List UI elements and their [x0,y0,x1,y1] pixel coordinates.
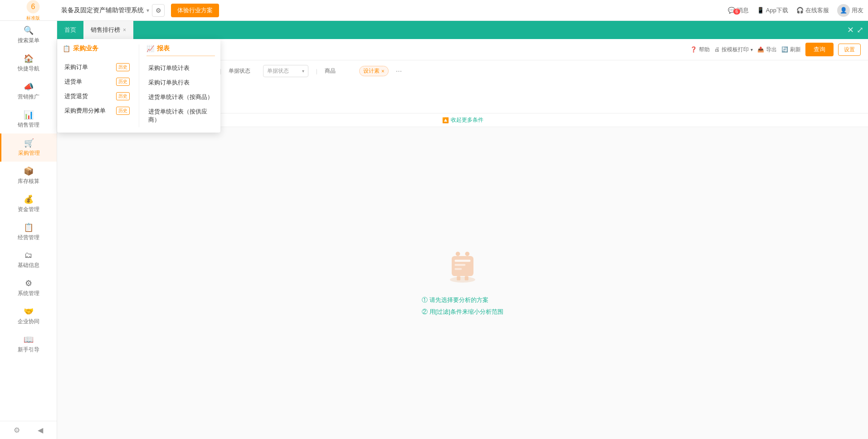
message-btn[interactable]: 💬 消息 6 [728,6,749,15]
headset-icon: 🎧 [796,7,804,14]
dropdown-report-col: 📈 报表 采购订单统计表 采购订单执行表 进货单统计表（按商品） 进货单统计表（… [141,44,221,127]
purchase-header-icon: 📋 [63,45,70,52]
sidebar-collapse-icon[interactable]: ◀ [38,426,43,434]
receipt-stats-supplier-label: 进货单统计表（按供应商） [148,108,214,124]
system-title-text: 装备及固定资产辅助管理系统 [61,6,144,15]
order-exec-label: 采购订单执行表 [148,79,190,87]
purchase-order-history-badge[interactable]: 历史 [116,63,130,71]
logo-area: 6 标准版 [5,0,61,21]
dropdown-item-return[interactable]: 进货退货 历史 [63,89,132,104]
goods-label: 商品 [325,67,352,75]
doc-status-arrow-icon: ▾ [302,69,304,74]
help-btn[interactable]: ❓ 帮助 [690,46,710,54]
tab-maximize-icon[interactable]: ⤢ [857,25,863,35]
dropdown-item-expense[interactable]: 采购费用分摊单 历史 [63,104,132,118]
receipt-label: 进货单 [64,78,82,86]
online-service-btn[interactable]: 🎧 在线客服 [796,6,829,15]
sidebar-item-system[interactable]: ⚙ 系统管理 [0,274,57,302]
return-label: 进货退货 [64,92,88,100]
tab-close-icon[interactable]: × [123,27,126,33]
divider2: | [316,68,317,74]
sidebar-item-purchase[interactable]: 🛒 采购管理 [0,133,57,162]
refresh-label: 刷新 [790,46,801,54]
receipt-stats-goods-label: 进货单统计表（按商品） [148,93,213,101]
dropdown-item-purchase-order[interactable]: 采购订单 历史 [63,60,132,74]
tab-home-label: 首页 [64,26,76,34]
sidebar-item-quick[interactable]: 🏠 快捷导航 [0,49,57,77]
system-title-area: 装备及固定资产辅助管理系统 ▾ ⚙ 体验行业方案 [61,4,728,17]
export-btn[interactable]: 📤 导出 [757,46,777,54]
doc-status-select[interactable]: 单据状态 ▾ [263,65,308,77]
svg-rect-10 [465,276,468,281]
report-header-icon: 📈 [146,45,154,52]
svg-rect-5 [454,264,465,266]
finance-icon: 💰 [24,194,34,204]
tab-sales-rank[interactable]: 销售排行榜 × [83,21,133,39]
receipt-history-badge[interactable]: 历史 [116,78,130,86]
goods-tag-remove-icon[interactable]: × [381,68,385,74]
gear-button[interactable]: ⚙ [152,4,165,17]
sidebar-item-finance[interactable]: 💰 资金管理 [0,190,57,218]
purchase-icon: 🛒 [24,138,34,148]
collapse-btn[interactable]: 🔼 收起更多条件 [442,116,483,124]
enterprise-icon: 🤝 [24,306,34,316]
dropdown-item-order-exec[interactable]: 采购订单执行表 [146,75,215,90]
settings-btn[interactable]: 设置 [838,44,861,56]
dropdown-item-receipt-stats-goods[interactable]: 进货单统计表（按商品） [146,90,215,104]
sidebar-item-basic[interactable]: 🗂 基础信息 [0,246,57,274]
tab-home[interactable]: 首页 [57,21,83,39]
app-download-btn[interactable]: 📱 App下载 [757,6,788,15]
refresh-icon: 🔄 [781,46,788,53]
sidebar-label-finance: 资金管理 [18,206,39,213]
online-label: 在线客服 [805,6,829,15]
collapse-arrow-icon: 🔼 [442,117,449,123]
print-label: 按模板打印 [722,46,749,54]
user-menu-btn[interactable]: 👤 用友 [837,4,863,17]
sidebar-item-enterprise[interactable]: 🤝 企业协同 [0,302,57,330]
goods-more-btn[interactable]: ··· [396,67,402,75]
sidebar-settings-icon[interactable]: ⚙ [14,426,20,434]
dropdown-purchase-col: 📋 采购业务 采购订单 历史 进货单 历史 进货退货 历史 采购费用分摊单 历史 [57,44,137,127]
sidebar-label-inventory: 库存核算 [18,178,39,185]
dropdown-item-order-stats[interactable]: 采购订单统计表 [146,61,215,75]
logo-icon: 6 [26,0,40,14]
system-icon: ⚙ [25,278,32,288]
title-arrow-icon[interactable]: ▾ [146,7,149,14]
sidebar-label-operations: 经营管理 [18,234,39,242]
print-btn[interactable]: 🖨 按模板打印 ▾ [714,46,753,54]
export-icon: 📤 [757,46,764,53]
sidebar-label-basic: 基础信息 [18,261,39,269]
expense-history-badge[interactable]: 历史 [116,107,130,115]
sidebar-label-marketing: 营销推广 [18,93,39,101]
purchase-header-title: 采购业务 [73,44,98,53]
refresh-btn[interactable]: 🔄 刷新 [781,46,801,54]
guide-icon: 📖 [24,335,34,345]
industry-btn[interactable]: 体验行业方案 [171,4,219,17]
dropdown-divider [139,44,139,127]
query-btn[interactable]: 查询 [805,43,834,56]
svg-rect-9 [457,276,460,281]
sidebar-item-marketing[interactable]: 📣 营销推广 [0,77,57,105]
sidebar-item-inventory[interactable]: 📦 库存核算 [0,162,57,190]
app-label: App下载 [766,6,788,15]
empty-state: ① 请先选择要分析的方案 ② 用[过滤]条件来缩小分析范围 [57,127,868,439]
purchase-dropdown-menu: 📋 采购业务 采购订单 历史 进货单 历史 进货退货 历史 采购费用分摊单 历史… [57,39,220,133]
svg-point-8 [465,252,470,256]
sidebar-item-sales[interactable]: 📊 销售管理 [0,105,57,133]
svg-point-7 [456,252,460,256]
tab-sales-rank-label: 销售排行榜 [91,26,120,34]
home-icon: 🏠 [24,54,34,64]
sidebar-item-search[interactable]: 🔍 搜索菜单 [0,21,57,49]
dropdown-item-receipt[interactable]: 进货单 历史 [63,74,132,89]
sidebar-label-system: 系统管理 [18,290,39,297]
svg-rect-6 [454,268,462,270]
dropdown-item-receipt-stats-supplier[interactable]: 进货单统计表（按供应商） [146,104,215,127]
sidebar-item-guide[interactable]: 📖 新手引导 [0,330,57,358]
sidebar-label-sales: 销售管理 [18,121,39,129]
sidebar-item-operations[interactable]: 📋 经营管理 [0,218,57,246]
return-history-badge[interactable]: 历史 [116,92,130,100]
topbar: 6 标准版 装备及固定资产辅助管理系统 ▾ ⚙ 体验行业方案 💬 消息 6 📱 … [0,0,868,21]
help-icon: ❓ [690,46,697,53]
tab-close-all-icon[interactable]: ✕ [847,25,854,35]
doc-status-label: 单据状态 [229,67,256,75]
